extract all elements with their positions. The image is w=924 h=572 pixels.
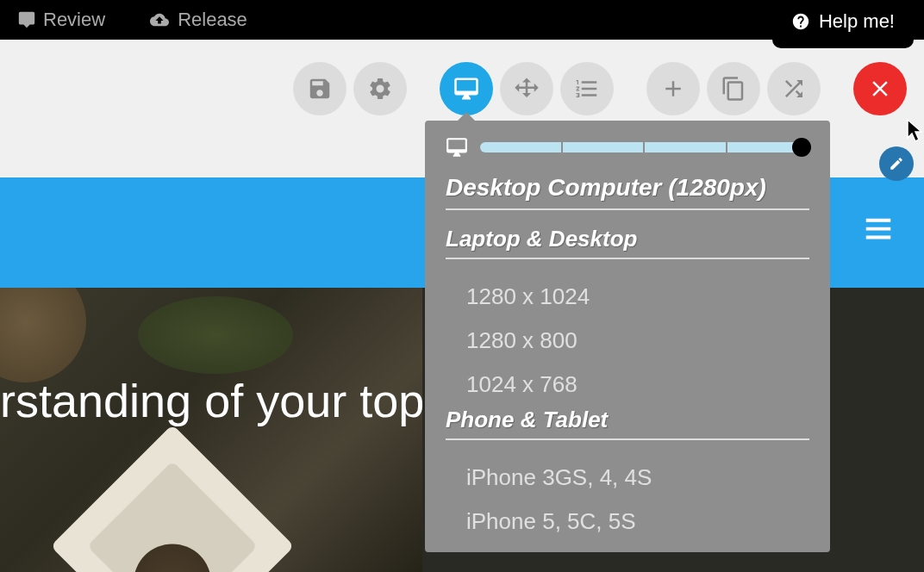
- add-button[interactable]: [646, 62, 700, 115]
- desktop-preview-button[interactable]: [440, 62, 493, 115]
- help-button[interactable]: Help me!: [772, 0, 914, 48]
- sitemap-button[interactable]: [500, 62, 553, 115]
- resolution-option[interactable]: 1024 x 768: [446, 363, 809, 407]
- background-image: [0, 288, 422, 572]
- pencil-icon: [889, 156, 904, 171]
- section-phone-tablet: Phone & Tablet: [446, 407, 809, 433]
- close-icon: [867, 76, 893, 102]
- resolution-option[interactable]: iPhone 5, 5C, 5S: [446, 500, 809, 544]
- resolution-option[interactable]: 1280 x 800: [446, 319, 809, 363]
- section-laptop-desktop: Laptop & Desktop: [446, 226, 809, 252]
- close-button[interactable]: [853, 62, 907, 115]
- ordered-list-icon: [574, 76, 600, 102]
- help-label: Help me!: [819, 10, 895, 33]
- divider: [446, 258, 809, 259]
- current-breakpoint-label: Desktop Computer (1280px): [446, 174, 809, 202]
- desktop-icon: [453, 76, 479, 102]
- slider-knob[interactable]: [792, 138, 811, 157]
- sitemap-icon: [514, 76, 540, 102]
- breakpoint-slider[interactable]: [480, 142, 809, 152]
- save-icon: [307, 76, 333, 102]
- release-link[interactable]: Release: [148, 9, 247, 31]
- resolution-option[interactable]: iPhone 3GS, 4, 4S: [446, 456, 809, 500]
- divider: [446, 208, 809, 210]
- desktop-icon: [446, 136, 468, 159]
- plus-icon: [660, 76, 686, 102]
- release-label: Release: [178, 9, 247, 31]
- hamburger-menu[interactable]: [862, 214, 895, 251]
- gear-icon: [367, 76, 393, 102]
- cursor-icon: [907, 119, 924, 143]
- top-bar: Review Release Help me!: [0, 0, 924, 40]
- review-link[interactable]: Review: [17, 9, 105, 31]
- copy-button[interactable]: [707, 62, 760, 115]
- shuffle-button[interactable]: [767, 62, 821, 115]
- responsive-dropdown: Desktop Computer (1280px) Laptop & Deskt…: [425, 121, 830, 552]
- settings-button[interactable]: [353, 62, 407, 115]
- dropdown-slider-row: [446, 136, 809, 159]
- hamburger-icon: [862, 214, 895, 247]
- save-button[interactable]: [293, 62, 346, 115]
- copy-icon: [721, 76, 746, 102]
- resolution-option[interactable]: 1280 x 1024: [446, 275, 809, 319]
- toolbar: [293, 62, 907, 115]
- ordered-list-button[interactable]: [560, 62, 614, 115]
- shuffle-icon: [781, 76, 807, 102]
- edit-fab[interactable]: [879, 146, 914, 181]
- divider: [446, 438, 809, 440]
- review-label: Review: [43, 9, 105, 31]
